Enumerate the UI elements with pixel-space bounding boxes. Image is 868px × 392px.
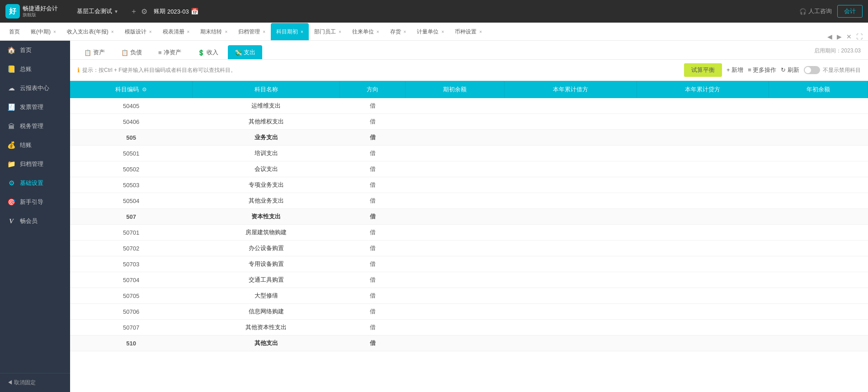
app-edition: 旗舰版 (23, 12, 58, 18)
cell-year-init (769, 161, 868, 177)
balance-button[interactable]: 试算平衡 (684, 63, 722, 77)
tab-close-income-expense[interactable]: × (111, 29, 114, 34)
refresh-button[interactable]: ↻ 刷新 (781, 66, 799, 74)
tab-close-account-period[interactable]: × (53, 29, 56, 34)
cell-ytd-credit (637, 304, 769, 320)
tab-inventory[interactable]: 存货 × (385, 23, 412, 40)
sidebar-item-settings[interactable]: ⚙ 基础设置 (0, 174, 70, 193)
col-settings-icon[interactable]: ⚙ (142, 86, 147, 93)
tab-close-currency[interactable]: × (479, 29, 482, 34)
logo-icon: 好 (5, 4, 20, 19)
tab-close-archive[interactable]: × (263, 29, 265, 34)
period-label: 账期 (154, 7, 165, 15)
tab-close-period-end[interactable]: × (225, 29, 227, 34)
header-actions: ＋ ⚙ (130, 7, 147, 16)
sub-tab-income[interactable]: 💲 收入 (191, 45, 225, 59)
sub-tabs: 📋 资产 📋 负债 ≡ 净资产 💲 收入 💸 支出 启用期间：2023.03 (70, 41, 868, 60)
toggle-disabled-subjects[interactable]: 不显示禁用科目 (804, 66, 861, 74)
tab-close-tax-table[interactable]: × (187, 29, 190, 34)
more-button[interactable]: ≡ 更多操作 (748, 66, 776, 74)
col-year-init: 年初余额 (769, 81, 868, 98)
sidebar-item-archive[interactable]: 📁 归档管理 (0, 155, 70, 174)
tab-subject-init[interactable]: 科目期初 × (271, 23, 309, 40)
sidebar-collapse-btn[interactable]: ◀ 取消固定 (0, 373, 70, 392)
consult-button[interactable]: 🎧 人工咨询 (799, 7, 832, 15)
tab-close-unit[interactable]: × (441, 29, 444, 34)
headset-icon: 🎧 (799, 8, 807, 15)
cell-direction: 借 (340, 335, 406, 351)
sub-tab-net-asset[interactable]: ≡ 净资产 (151, 45, 188, 59)
cell-ytd-debit (505, 177, 637, 193)
cell-ytd-debit (505, 161, 637, 177)
table-row: 50405运维维支出借 (70, 98, 868, 114)
archive-icon: 📁 (7, 160, 15, 168)
tab-home-label: 首页 (9, 28, 20, 36)
cell-ytd-credit (637, 146, 769, 161)
table-row: 50707其他资本性支出借 (70, 320, 868, 335)
cell-name: 其他资本性支出 (192, 320, 340, 335)
tab-period-end[interactable]: 期末结转 × (195, 23, 233, 40)
table-row: 50704交通工具购置借 (70, 272, 868, 288)
cell-code: 50701 (70, 225, 192, 241)
ledger-icon: 📒 (7, 65, 15, 73)
cell-ytd-debit (505, 209, 637, 225)
tab-home[interactable]: 首页 (4, 23, 25, 40)
tax-icon: 🏛 (7, 123, 15, 130)
tab-expand-btn[interactable]: ⛶ (854, 33, 864, 40)
income-tab-icon: 💲 (198, 49, 205, 56)
cell-code: 50502 (70, 161, 192, 177)
company-selector[interactable]: 基层工会测试 ▼ (73, 5, 122, 17)
sub-tab-expense[interactable]: 💸 支出 (228, 45, 262, 59)
tab-archive[interactable]: 归档管理 × (233, 23, 271, 40)
cell-direction: 借 (340, 209, 406, 225)
table-row: 50503专项业务支出借 (70, 177, 868, 193)
sidebar-item-guide[interactable]: 🎯 新手引导 (0, 193, 70, 212)
tab-close-all-btn[interactable]: ✕ (844, 33, 854, 40)
sidebar-item-member[interactable]: V 畅会员 (0, 212, 70, 231)
tab-close-contact[interactable]: × (377, 29, 379, 34)
cell-year-init (769, 130, 868, 146)
sidebar-item-checkout[interactable]: 💰 结账 (0, 136, 70, 155)
sidebar-item-invoice[interactable]: 🧾 发票管理 (0, 98, 70, 117)
sidebar-ledger-label: 总账 (20, 65, 32, 73)
tab-currency[interactable]: 币种设置 × (449, 23, 487, 40)
sidebar-item-ledger[interactable]: 📒 总账 (0, 60, 70, 79)
tab-department[interactable]: 部门员工 × (309, 23, 347, 40)
table-row: 505业务支出借 (70, 130, 868, 146)
sub-tab-liability[interactable]: 📋 负债 (114, 45, 149, 59)
cell-ytd-debit (505, 114, 637, 130)
tab-template[interactable]: 模版设计 × (119, 23, 157, 40)
tab-close-subject-init[interactable]: × (301, 29, 303, 34)
add-icon[interactable]: ＋ (130, 7, 137, 16)
cell-ytd-debit (505, 241, 637, 256)
sidebar-item-cloud-report[interactable]: ☁ 云报表中心 (0, 79, 70, 98)
sidebar-item-home[interactable]: 🏠 首页 (0, 41, 70, 60)
tab-close-inventory[interactable]: × (404, 29, 406, 34)
cell-ytd-debit (505, 304, 637, 320)
cell-year-init (769, 177, 868, 193)
tab-income-expense[interactable]: 收入支出表(年报) × (61, 23, 119, 40)
tab-contact[interactable]: 往来单位 × (347, 23, 385, 40)
tab-tax-table[interactable]: 税表清册 × (157, 23, 195, 40)
cell-name: 专项业务支出 (192, 177, 340, 193)
calendar-icon[interactable]: 📅 (191, 8, 198, 15)
toggle-switch-control[interactable] (804, 66, 820, 74)
sub-tab-asset[interactable]: 📋 资产 (77, 45, 112, 59)
tab-close-department[interactable]: × (339, 29, 341, 34)
sidebar-item-tax[interactable]: 🏛 税务管理 (0, 117, 70, 136)
cell-name: 房屋建筑物购建 (192, 225, 340, 241)
cell-year-init (769, 193, 868, 209)
toolbar: ℹ 提示：按Ctrl + F键并输入科目编码或者科目名称可以查找科目。 试算平衡… (70, 60, 868, 81)
tab-prev-btn[interactable]: ◀ (826, 33, 834, 40)
tab-account-period[interactable]: 账(中期) × (25, 23, 61, 40)
cell-year-init (769, 272, 868, 288)
table-row: 50701房屋建筑物购建借 (70, 225, 868, 241)
tab-next-btn[interactable]: ▶ (835, 33, 844, 40)
settings-icon[interactable]: ⚙ (141, 7, 147, 16)
table-body: 50405运维维支出借50406其他维权支出借505业务支出借50501培训支出… (70, 98, 868, 351)
account-button[interactable]: 会计 (837, 5, 863, 18)
tab-close-template[interactable]: × (149, 29, 152, 34)
tab-unit[interactable]: 计量单位 × (411, 23, 449, 40)
cell-year-init (769, 225, 868, 241)
add-button[interactable]: + 新增 (726, 66, 743, 74)
